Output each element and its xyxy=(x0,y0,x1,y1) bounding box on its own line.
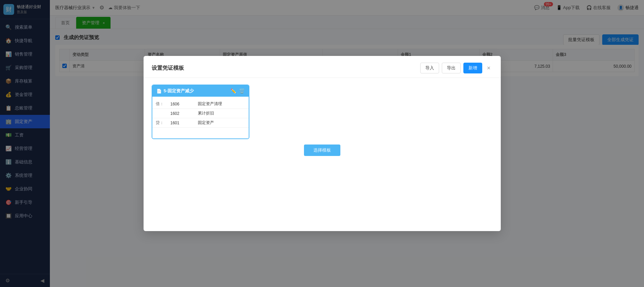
dialog-header: 设置凭证模板 导入 导出 新增 × xyxy=(144,56,501,78)
dialog-close-button[interactable]: × xyxy=(485,64,493,72)
new-template-button[interactable]: 新增 xyxy=(463,63,482,73)
entry-side-0: 借： xyxy=(152,99,167,109)
export-button[interactable]: 导出 xyxy=(442,63,461,73)
template-entry-empty-row xyxy=(152,128,249,136)
template-edit-icon[interactable]: ✏️ xyxy=(231,88,236,94)
dialog-title: 设置凭证模板 xyxy=(152,65,184,72)
template-entries-table: 借： 1606 固定资产清理 1602 累计折旧 贷： 1601 固定 xyxy=(152,99,249,136)
dialog-toolbar: 导入 导出 新增 xyxy=(420,63,482,73)
template-entry-row: 1602 累计折旧 xyxy=(152,109,249,118)
select-template-button[interactable]: 选择模板 xyxy=(304,145,340,156)
template-card-body: 借： 1606 固定资产清理 1602 累计折旧 贷： 1601 固定 xyxy=(152,97,249,138)
template-card-actions: ✏️ 🗑️ xyxy=(231,88,245,94)
entry-account-0: 固定资产清理 xyxy=(194,99,249,109)
entry-side-1 xyxy=(152,109,167,118)
select-template-section: 选择模板 xyxy=(152,145,493,156)
template-entry-row: 借： 1606 固定资产清理 xyxy=(152,99,249,109)
template-title: 📄 5-固定资产减少 xyxy=(156,88,194,94)
entry-code-0: 1606 xyxy=(167,99,194,109)
entry-account-1: 累计折旧 xyxy=(194,109,249,118)
template-delete-icon[interactable]: 🗑️ xyxy=(239,88,245,94)
entry-code-2: 1601 xyxy=(167,118,194,128)
template-entry-row: 贷： 1601 固定资产 xyxy=(152,118,249,128)
template-card-header: 📄 5-固定资产减少 ✏️ 🗑️ xyxy=(152,85,249,97)
template-card: 📄 5-固定资产减少 ✏️ 🗑️ 借： 1606 固定资产清理 xyxy=(152,85,249,139)
dialog-body: 📄 5-固定资产减少 ✏️ 🗑️ 借： 1606 固定资产清理 xyxy=(144,78,501,231)
entry-code-1: 1602 xyxy=(167,109,194,118)
import-button[interactable]: 导入 xyxy=(420,63,439,73)
dialog-set-voucher-template: 设置凭证模板 导入 导出 新增 × 📄 5-固定资产减少 ✏️ 🗑️ xyxy=(144,56,501,231)
entry-side-2: 贷： xyxy=(152,118,167,128)
template-doc-icon: 📄 xyxy=(156,89,162,94)
entry-account-2: 固定资产 xyxy=(194,118,249,128)
